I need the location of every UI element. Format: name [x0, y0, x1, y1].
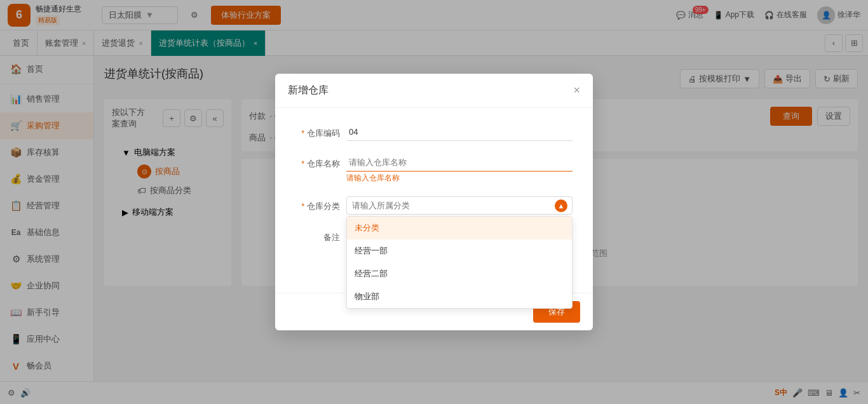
form-row-name: * 仓库名称 请输入仓库名称 — [295, 154, 573, 184]
category-dropdown: 未分类 经营一部 经营二部 物业部 — [346, 216, 573, 309]
code-field — [346, 123, 573, 141]
dialog-close-btn[interactable]: × — [573, 84, 580, 97]
dropdown-option-dept2[interactable]: 经营二部 — [347, 262, 572, 285]
name-input[interactable] — [346, 154, 573, 172]
name-label: * 仓库名称 — [295, 154, 346, 170]
category-input[interactable] — [346, 196, 573, 215]
dialog-title: 新增仓库 — [288, 84, 329, 97]
dialog-body: * 仓库编码 * 仓库名称 请输入仓库名称 — [275, 108, 593, 293]
dialog-header: 新增仓库 × — [275, 74, 593, 108]
new-warehouse-dialog: 新增仓库 × * 仓库编码 * 仓库名称 — [275, 74, 593, 330]
dropdown-option-dept1[interactable]: 经营一部 — [347, 239, 572, 262]
note-label: 备注 — [295, 227, 346, 243]
category-label: * 仓库分类 — [295, 196, 346, 212]
category-field: ▲ 未分类 经营一部 经营二部 物业部 — [346, 196, 573, 215]
category-dropdown-arrow[interactable]: ▲ — [555, 199, 567, 212]
code-input[interactable] — [346, 123, 573, 141]
code-label: * 仓库编码 — [295, 123, 346, 139]
dropdown-option-property[interactable]: 物业部 — [347, 285, 572, 308]
form-row-code: * 仓库编码 — [295, 123, 573, 141]
dropdown-option-unclassified[interactable]: 未分类 — [347, 217, 572, 239]
form-row-category: * 仓库分类 ▲ 未分类 经营一部 经营二部 — [295, 196, 573, 215]
dialog-overlay: 新增仓库 × * 仓库编码 * 仓库名称 — [0, 0, 868, 404]
name-field: 请输入仓库名称 — [346, 154, 573, 184]
name-error-msg: 请输入仓库名称 — [346, 173, 573, 184]
